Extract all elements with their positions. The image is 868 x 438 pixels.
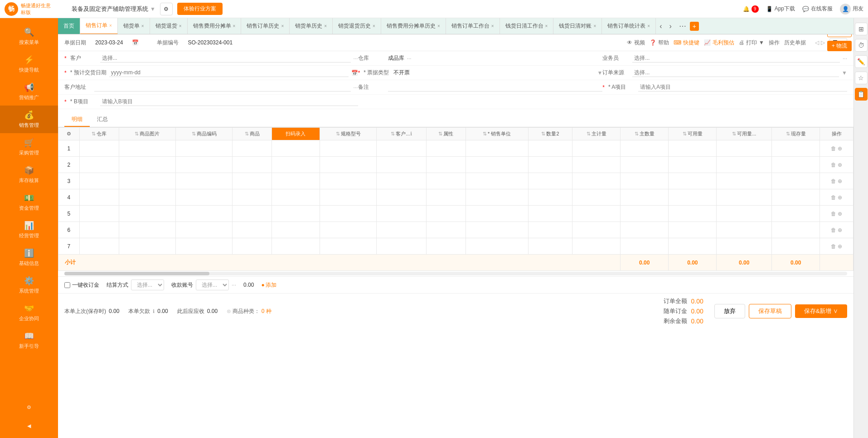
copy-icon[interactable]: ⊕	[838, 145, 842, 152]
row-scan-1[interactable]	[272, 140, 320, 157]
detail-tab-summary[interactable]: 汇总	[90, 113, 115, 127]
row-code-2[interactable]	[175, 157, 232, 173]
row-avail-1[interactable]	[669, 140, 717, 157]
row-current-1[interactable]	[772, 140, 820, 157]
salesperson-input[interactable]	[632, 54, 840, 63]
discard-button[interactable]: 放弃	[714, 304, 745, 318]
tab-close-icon[interactable]: ×	[491, 24, 494, 29]
right-panel-btn-3[interactable]: ✏️	[855, 55, 868, 68]
row-warehouse-1[interactable]	[79, 140, 119, 157]
row-goods-1[interactable]	[233, 140, 272, 157]
row-qty2-2[interactable]	[528, 157, 572, 173]
row-warehouse-2[interactable]	[79, 157, 119, 173]
row-unit-1[interactable]	[466, 140, 528, 157]
bank-select[interactable]: 选择...	[196, 279, 229, 290]
sidebar-item-quick[interactable]: ⚡ 快捷导航	[0, 50, 58, 78]
row-action-5[interactable]: 🗑 ⊕	[820, 206, 853, 222]
right-panel-btn-4[interactable]: ☆	[855, 72, 868, 84]
col-available[interactable]: ⇅可用量	[669, 128, 717, 140]
col-warehouse[interactable]: ⇅仓库	[79, 128, 119, 140]
ticket-dropdown-icon[interactable]: ▼	[597, 70, 602, 76]
sidebar-item-inventory[interactable]: 📦 库存核算	[0, 161, 58, 188]
nav-next-icon[interactable]: ▷	[821, 39, 825, 46]
row-image-1[interactable]	[119, 140, 175, 157]
tab-close-icon[interactable]: ×	[373, 24, 375, 29]
tab-expense-history[interactable]: 销售费用分摊单历史 ×	[381, 18, 446, 34]
col-image[interactable]: ⇅商品图片	[119, 128, 175, 140]
copy-icon[interactable]: ⊕	[838, 194, 842, 201]
row-scan-2[interactable]	[272, 157, 320, 173]
tab-order-workbench[interactable]: 销售订单工作台 ×	[446, 18, 500, 34]
tab-close-icon[interactable]: ×	[647, 24, 650, 29]
copy-icon[interactable]: ⊕	[838, 243, 842, 250]
copy-icon[interactable]: ⊕	[838, 227, 842, 233]
tab-home[interactable]: 首页	[58, 18, 80, 34]
salesperson-dots[interactable]: ···	[843, 55, 847, 62]
sidebar-item-management[interactable]: 📊 经营管理	[0, 216, 58, 244]
col-unit[interactable]: ⇅* 销售单位	[466, 128, 528, 140]
row-spec-1[interactable]	[320, 140, 377, 157]
add-btn[interactable]: ● 添加	[261, 281, 276, 289]
save-draft-button[interactable]: 保存草稿	[749, 304, 791, 318]
order-source-dropdown-icon[interactable]: ▼	[842, 70, 847, 76]
row-mainunit-2[interactable]	[572, 157, 621, 173]
tab-goods-history[interactable]: 销货单历史 ×	[290, 18, 333, 34]
col-qty2[interactable]: ⇅数量2	[528, 128, 572, 140]
warehouse-dots[interactable]: ···	[407, 55, 412, 62]
row-avail-2[interactable]	[669, 157, 717, 173]
print-action[interactable]: 🖨打印▼	[739, 39, 764, 47]
row-action-3[interactable]: 🗑 ⊕	[820, 173, 853, 189]
sidebar-item-finance[interactable]: 💵 资金管理	[0, 188, 58, 216]
row-attr-1[interactable]	[426, 140, 466, 157]
row-mainqty-2[interactable]	[621, 157, 669, 173]
delete-icon[interactable]: 🗑	[831, 145, 836, 152]
address-dots[interactable]: ···	[354, 84, 358, 91]
col-setting[interactable]: ⚙	[58, 128, 80, 140]
col-customer[interactable]: ⇅客户...ℹ	[377, 128, 427, 140]
remark-input[interactable]	[388, 83, 603, 91]
horizontal-scrollbar[interactable]	[64, 272, 847, 275]
row-code-1[interactable]	[175, 140, 232, 157]
payment-select[interactable]: 选择...	[131, 279, 164, 290]
row-action-1[interactable]: 🗑 ⊕	[820, 140, 853, 157]
debt-info-icon[interactable]: ℹ	[153, 308, 155, 314]
tab-close-icon[interactable]: ×	[109, 23, 112, 28]
sidebar-item-purchase[interactable]: 🛒 采购管理	[0, 133, 58, 161]
row-action-4[interactable]: 🗑 ⊕	[820, 189, 853, 206]
form-settings-btn[interactable]: 设置	[827, 34, 852, 37]
save-new-button[interactable]: 保存&新增 ∨	[795, 304, 847, 318]
tab-stats[interactable]: 销售订单统计表 ×	[602, 18, 656, 34]
tab-expense[interactable]: 销售费用分摊单 ×	[188, 18, 242, 34]
row-warehouse-3[interactable]	[79, 173, 119, 189]
delete-icon[interactable]: 🗑	[831, 162, 836, 168]
tab-close-icon[interactable]: ×	[324, 24, 327, 29]
add-material-btn[interactable]: + 物流	[827, 41, 852, 51]
shortcut-action[interactable]: ⌨快捷键	[674, 39, 699, 47]
copy-icon[interactable]: ⊕	[838, 178, 842, 184]
row-action-2[interactable]: 🗑 ⊕	[820, 157, 853, 173]
row-attr-2[interactable]	[426, 157, 466, 173]
sidebar-item-sales[interactable]: 💰 销售管理	[0, 106, 58, 133]
row-unit-2[interactable]	[466, 157, 528, 173]
col-available2[interactable]: ⇅可用量...	[717, 128, 772, 140]
copy-icon[interactable]: ⊕	[838, 211, 842, 217]
copy-icon[interactable]: ⊕	[838, 162, 842, 168]
online-service-link[interactable]: 💬 在线客服	[802, 5, 833, 13]
col-main-qty[interactable]: ⇅主数量	[621, 128, 669, 140]
tab-close-icon[interactable]: ×	[233, 24, 236, 29]
row-current-2[interactable]	[772, 157, 820, 173]
notification-icon[interactable]: 🔔 9	[743, 5, 759, 13]
row-mainunit-1[interactable]	[572, 140, 621, 157]
row-goods-2[interactable]	[233, 157, 272, 173]
add-tab-btn[interactable]: +	[690, 22, 699, 31]
tab-close-icon[interactable]: ×	[437, 24, 440, 29]
col-attr[interactable]: ⇅属性	[426, 128, 466, 140]
tab-return[interactable]: 销货退货 ×	[150, 18, 188, 34]
tab-prev-btn[interactable]: ‹	[656, 22, 665, 30]
tab-close-icon[interactable]: ×	[545, 24, 548, 29]
right-panel-btn-1[interactable]: ⊞	[855, 23, 868, 35]
tab-close-icon[interactable]: ×	[141, 24, 144, 29]
nav-prev-icon[interactable]: ◁	[815, 39, 819, 46]
profit-action[interactable]: 📈毛利预估	[704, 39, 734, 47]
col-current[interactable]: ⇅现存量	[772, 128, 820, 140]
